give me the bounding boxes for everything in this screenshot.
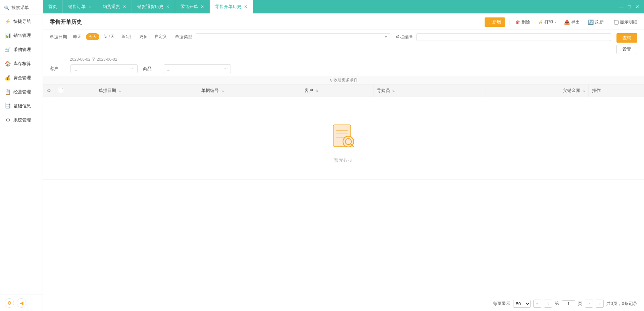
- sidebar-item-inventory[interactable]: 🏠 库存核算: [0, 57, 43, 71]
- sidebar-collapse-btn[interactable]: ◀: [17, 298, 26, 308]
- toolbar: + 新增 🗑 删除 🖨 打印 ▾ 📤 导出 🔄 刷新: [485, 17, 637, 27]
- next-page-btn[interactable]: >: [585, 300, 593, 308]
- quick-nav-icon: ⚡: [5, 18, 11, 24]
- tab-retail-open-close[interactable]: ✕: [201, 4, 204, 9]
- sidebar-item-system[interactable]: ⚙ 系统管理: [0, 113, 43, 127]
- tab-retail-history-label: 零售开单历史: [215, 4, 241, 10]
- action-buttons: 查询 设置: [616, 33, 637, 54]
- col-guide[interactable]: 导购员 ⇅: [373, 85, 461, 97]
- refresh-button[interactable]: 🔄 刷新: [586, 18, 606, 27]
- maximize-btn[interactable]: □: [626, 3, 633, 10]
- sidebar-footer: ⚙ ◀: [0, 295, 43, 311]
- sidebar-item-purchase-mgmt[interactable]: 🛒 采购管理: [0, 43, 43, 57]
- tab-sales-order-close[interactable]: ✕: [88, 4, 92, 9]
- bill-no-label: 单据编号: [396, 34, 414, 40]
- date-btn-custom[interactable]: 自定义: [152, 33, 169, 40]
- display-detail-checkbox[interactable]: [614, 20, 618, 24]
- operations-icon: 📋: [5, 89, 11, 95]
- type-filter-select[interactable]: ∨: [196, 33, 390, 40]
- first-page-icon: «: [536, 301, 538, 306]
- per-page-select[interactable]: 10 20 50 100: [513, 300, 531, 308]
- goods-label: 商品: [143, 66, 162, 72]
- minimize-btn[interactable]: —: [618, 3, 625, 10]
- query-button[interactable]: 查询: [616, 33, 637, 43]
- page-title: 零售开单历史: [50, 19, 82, 26]
- close-btn[interactable]: ✕: [634, 3, 641, 10]
- tab-retail-history[interactable]: 零售开单历史 ✕: [210, 0, 253, 13]
- sidebar-item-operations[interactable]: 📋 经营管理: [0, 85, 43, 99]
- print-button[interactable]: 🖨 打印 ▾: [536, 18, 558, 27]
- export-button[interactable]: 📤 导出: [562, 18, 582, 27]
- tab-sales-return-label: 销货退货: [103, 4, 120, 10]
- col-customer[interactable]: 客户 ⇅: [301, 85, 374, 97]
- customer-dots-icon[interactable]: ···: [130, 66, 135, 72]
- page-number-input[interactable]: [562, 300, 575, 307]
- date-btn-more[interactable]: 更多: [137, 33, 150, 40]
- page-label: 第: [555, 301, 559, 307]
- col-customer-label: 客户: [304, 88, 313, 93]
- goods-input-wrap: ···: [164, 64, 231, 73]
- inventory-icon: 🏠: [5, 61, 11, 67]
- delete-button[interactable]: 🗑 删除: [513, 18, 532, 27]
- collapse-label: 收起更多条件: [334, 77, 358, 83]
- main-area: 首页 销售订单 ✕ 销货退货 ✕ 销货退货历史 ✕ 零售开单 ✕ 零售开单历史 …: [43, 0, 644, 311]
- page-header: 零售开单历史 + 新增 🗑 删除 🖨 打印 ▾ 📤 导出 �: [43, 13, 644, 30]
- bill-no-sort-icon: ⇅: [221, 89, 224, 93]
- table-wrapper: ⚙ 单据日期 ⇅ 单据编号 ⇅: [43, 85, 644, 296]
- customer-input-wrap: ···: [70, 64, 138, 73]
- tab-retail-history-close[interactable]: ✕: [244, 4, 247, 9]
- table-body: 暂无数据: [43, 97, 644, 180]
- sidebar-item-sales-mgmt[interactable]: 📊 销售管理: [0, 29, 43, 43]
- new-button[interactable]: + 新增: [485, 17, 505, 27]
- per-page-label: 每页显示: [493, 301, 510, 307]
- sidebar-item-finance[interactable]: 💰 资金管理: [0, 71, 43, 85]
- bill-no-input-wrap: [416, 33, 611, 41]
- tab-sales-order-label: 销售订单: [68, 4, 86, 10]
- tab-bar: 首页 销售订单 ✕ 销货退货 ✕ 销货退货历史 ✕ 零售开单 ✕ 零售开单历史 …: [43, 0, 644, 13]
- next-page-icon: >: [588, 301, 590, 306]
- tab-sales-return[interactable]: 销货退货 ✕: [97, 0, 132, 13]
- col-settings[interactable]: ⚙: [43, 85, 55, 97]
- select-all-checkbox[interactable]: [59, 88, 63, 92]
- sidebar-item-label: 快捷导航: [13, 18, 31, 24]
- prev-page-btn[interactable]: <: [544, 300, 552, 308]
- tab-sales-return-history[interactable]: 销货退货历史 ✕: [132, 0, 175, 13]
- empty-text: 暂无数据: [334, 157, 353, 163]
- sidebar-settings-btn[interactable]: ⚙: [5, 298, 14, 308]
- date-btn-yesterday[interactable]: 昨天: [70, 33, 84, 40]
- col-bill-no[interactable]: 单据编号 ⇅: [198, 85, 301, 97]
- collapse-bar[interactable]: ∧ 收起更多条件: [43, 76, 644, 85]
- tab-sales-return-close[interactable]: ✕: [123, 4, 126, 9]
- date-btn-7days[interactable]: 近7天: [101, 33, 117, 40]
- col-date[interactable]: 单据日期 ⇅: [95, 85, 198, 97]
- settings-button[interactable]: 设置: [616, 45, 637, 54]
- tab-retail-open[interactable]: 零售开单 ✕: [175, 0, 210, 13]
- tab-home[interactable]: 首页: [43, 0, 63, 13]
- sidebar-item-basic-info[interactable]: 📑 基础信息: [0, 99, 43, 113]
- tab-sales-return-history-close[interactable]: ✕: [166, 4, 169, 9]
- col-checkbox[interactable]: [55, 85, 95, 97]
- customer-input[interactable]: [73, 66, 130, 71]
- refresh-icon: 🔄: [588, 19, 594, 25]
- sidebar-item-label: 销售管理: [13, 33, 31, 39]
- display-detail-checkbox-wrap[interactable]: 显示明细: [614, 19, 637, 25]
- sidebar-item-quick-nav[interactable]: ⚡ 快捷导航: [0, 14, 43, 29]
- tab-sales-order[interactable]: 销售订单 ✕: [63, 0, 97, 13]
- customer-label: 客户: [50, 66, 68, 72]
- delete-label: 删除: [522, 19, 530, 25]
- sidebar-search[interactable]: 🔍 搜索采单: [0, 0, 43, 14]
- print-icon: 🖨: [538, 19, 543, 25]
- tab-home-label: 首页: [48, 4, 57, 10]
- first-page-btn[interactable]: «: [533, 300, 541, 308]
- last-page-btn[interactable]: »: [596, 300, 604, 308]
- total-info: 共0页，0条记录: [606, 301, 637, 307]
- empty-icon: [327, 120, 360, 153]
- goods-input[interactable]: [167, 66, 224, 71]
- customer-sort-icon: ⇅: [315, 89, 318, 93]
- date-btn-1month[interactable]: 近1月: [119, 33, 135, 40]
- col-amount[interactable]: 实销金额 ⇅: [486, 85, 589, 97]
- date-btn-today[interactable]: 今天: [86, 33, 99, 40]
- col-settings-icon[interactable]: ⚙: [47, 88, 51, 93]
- goods-dots-icon[interactable]: ···: [224, 66, 228, 72]
- bill-no-input[interactable]: [419, 35, 608, 40]
